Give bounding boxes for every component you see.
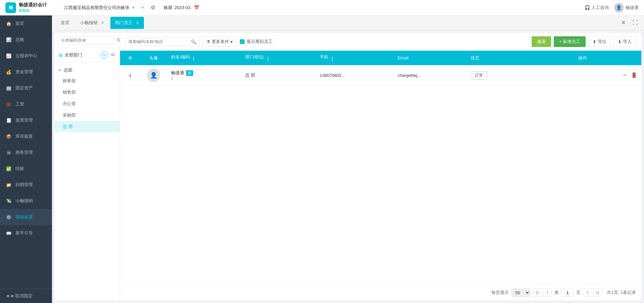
salary-icon: 💼 [5, 101, 12, 107]
dept-add-icon[interactable]: ✎ [101, 51, 108, 59]
dept-grid-icon: ⊞ [59, 52, 63, 58]
filter-dropdown-icon: ▾ [230, 39, 233, 44]
unpin-btn[interactable]: ◄◄ 取消固定 [5, 293, 47, 299]
settings-icon[interactable]: ⚙ [151, 4, 155, 11]
action-icons: ✏ 🚪 [528, 72, 637, 78]
sidebar-item-label: 基础设置 [15, 214, 33, 220]
sidebar-item-label: 工资 [15, 101, 24, 107]
sidebar-item-invoice[interactable]: 🧾 发票管理 [0, 112, 52, 128]
topbar-separator2 [159, 4, 160, 11]
page-last-btn[interactable]: ⟩⟩ [593, 288, 602, 297]
show-resigned-checkbox[interactable]: 显示离职员工 [240, 39, 273, 45]
period-selector[interactable]: 账期 2023-03 📅 [164, 5, 199, 11]
sidebar-item-label: 总账 [15, 37, 24, 43]
user-menu[interactable]: 👤 畅捷通 [614, 3, 639, 12]
sidebar-item-assets[interactable]: 🏢 固定资产 [0, 80, 52, 96]
sidebar-item-close[interactable]: ✅ 结账 [0, 161, 52, 177]
dept-node-finance[interactable]: 财务部 [55, 75, 120, 87]
dept-node-sales[interactable]: 销售部 [55, 87, 120, 98]
app-logo: 畅 畅捷通好会计 旗舰版 [5, 2, 56, 13]
col-phone[interactable]: 手机 ▲▼ [316, 51, 394, 65]
page-total: 共1页, 1条记录 [607, 290, 636, 296]
sidebar-item-inventory[interactable]: 📦 库存核算 [0, 128, 52, 144]
col-status: 状态 [467, 51, 524, 65]
employee-main: 🔍 ⚗ 更多条件 ▾ 显示离职员工 邀请 + 新增员工 [120, 33, 641, 300]
employee-table: ⚙ 头像 姓名/编码 ▲▼ 部门/职位 [120, 51, 641, 86]
sidebar-item-guide[interactable]: 📖 新手引导 [0, 225, 52, 241]
page-size-select[interactable]: 50 10 20 100 [512, 289, 530, 297]
company-name: 江西服宝精品有限责任公司内账张 [64, 5, 129, 11]
tab-expense-close-icon[interactable]: ✕ [101, 20, 104, 25]
company-dropdown-icon[interactable]: ▾ [132, 5, 135, 10]
add-company-icon[interactable]: ＋ [140, 4, 145, 11]
close-period-icon: ✅ [5, 165, 12, 172]
page-prev-btn[interactable]: ⟨ [543, 288, 552, 297]
sidebar-item-home[interactable]: 🏠 首页 [0, 15, 52, 32]
page-size-label: 每页显示 [491, 290, 509, 296]
table-header: ⚙ 头像 姓名/编码 ▲▼ 部门/职位 [120, 51, 641, 65]
sidebar-item-salary[interactable]: 💼 工资 [0, 96, 52, 112]
company-selector[interactable]: 江西服宝精品有限责任公司内账张 ▾ ＋ ⚙ [64, 4, 155, 11]
dept-search-input[interactable] [58, 36, 114, 44]
col-actions: 操作 [524, 51, 641, 65]
app-name: 畅捷通好会计 [19, 2, 47, 8]
page-first-btn[interactable]: ⟨⟨ [533, 288, 542, 297]
dept-collapse-icon[interactable]: ≪ [110, 51, 116, 59]
sidebar-item-funds[interactable]: 💰 资金管理 [0, 64, 52, 80]
col-avatar: 头像 [140, 51, 167, 65]
tab-close-window-icon[interactable]: ✕ [619, 18, 628, 28]
dept-search-area: 🔍 [55, 33, 120, 48]
service-btn[interactable]: 🎧 人工咨询 [585, 5, 609, 11]
sidebar-item-tax[interactable]: 🏛 税务管理 [0, 144, 52, 161]
service-label: 人工咨询 [591, 5, 609, 11]
emp-search-input[interactable] [128, 39, 189, 44]
tab-expand-icon[interactable]: ⛶ [631, 18, 640, 28]
sidebar-bottom: ◄◄ 取消固定 [0, 289, 52, 303]
col-settings[interactable]: ⚙ [120, 51, 140, 65]
filter-label: 更多条件 [212, 39, 229, 45]
emp-search-box[interactable]: 🔍 [125, 38, 199, 46]
tab-department-close-icon[interactable]: ✕ [136, 20, 139, 25]
emp-search-icon[interactable]: 🔍 [191, 39, 196, 44]
toolbar-right: 邀请 + 新增员工 ⬆ 导出 ⬇ 导入 [532, 36, 636, 47]
sort-dept-icon: ▲▼ [267, 56, 269, 62]
topbar-right: 🎧 人工咨询 👤 畅捷通 [585, 3, 639, 12]
add-employee-button[interactable]: + 新增员工 [554, 36, 586, 47]
dept-node-purchase[interactable]: 采购部 [55, 110, 120, 121]
sidebar-item-ledger[interactable]: 📊 总账 [0, 32, 52, 48]
logout-icon[interactable]: 🚪 [631, 72, 637, 78]
sidebar-item-expense[interactable]: 💸 小畅报销 [0, 193, 52, 209]
resigned-checkbox-icon [240, 39, 245, 44]
filter-btn[interactable]: ⚗ 更多条件 ▾ [203, 37, 236, 47]
sidebar-item-reports[interactable]: 📈 云报表中心 [0, 48, 52, 64]
topbar: 畅 畅捷通好会计 旗舰版 江西服宝精品有限责任公司内账张 ▾ ＋ ⚙ 账期 20… [0, 0, 644, 15]
sidebar-item-label: 税务管理 [15, 149, 33, 156]
tab-expense[interactable]: 小畅报销 ✕ [75, 17, 109, 29]
col-name[interactable]: 姓名/编码 ▲▼ [167, 51, 241, 65]
import-label: 导入 [623, 39, 632, 45]
sidebar-item-archive[interactable]: 📁 归档管理 [0, 177, 52, 193]
cell-name: 畅捷通部 0 [167, 65, 241, 86]
import-button[interactable]: ⬇ 导入 [613, 36, 636, 47]
cell-actions: ✏ 🚪 [524, 65, 641, 86]
sidebar-item-label: 资金管理 [15, 69, 33, 75]
avatar: 👤 [614, 3, 624, 12]
dept-node-label: 采购部 [63, 112, 76, 118]
sidebar-item-settings[interactable]: ⚙️ 基础设置 [0, 209, 52, 225]
col-dept[interactable]: 部门/职位 ▲▼ [241, 51, 315, 65]
headphone-icon: 🎧 [585, 5, 590, 10]
export-button[interactable]: ⬆ 导出 [588, 36, 611, 47]
tab-department[interactable]: 部门员工 ✕ [110, 17, 144, 29]
dept-node-office[interactable]: 办公室 [55, 98, 120, 110]
page-next-btn[interactable]: ⟩ [583, 288, 592, 297]
edit-icon[interactable]: ✏ [623, 72, 628, 78]
calendar-icon[interactable]: 📅 [194, 5, 199, 10]
dept-search-icon[interactable]: 🔍 [116, 38, 120, 43]
dept-header-icons: ✎ ≪ [101, 51, 116, 59]
ledger-icon: 📊 [5, 36, 12, 43]
dept-node-general[interactable]: 总 部 [55, 121, 120, 132]
page-input[interactable] [561, 289, 574, 297]
invite-button[interactable]: 邀请 [532, 36, 551, 47]
logo-icon: 畅 [5, 2, 16, 13]
tab-home[interactable]: 首页 [56, 17, 74, 29]
